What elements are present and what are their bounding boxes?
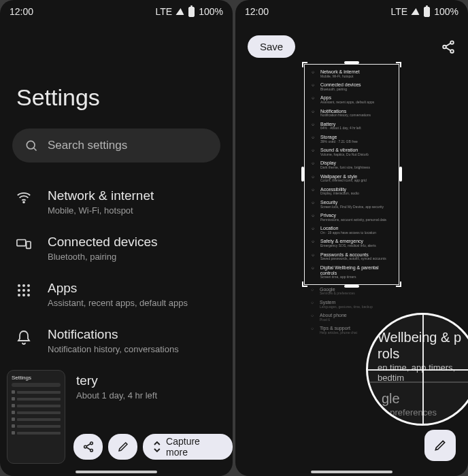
crop-corner-tl[interactable] <box>302 62 307 67</box>
mini-icon: ○ <box>310 252 316 257</box>
svg-line-23 <box>446 47 450 50</box>
page-title: Settings <box>0 23 233 129</box>
status-battery-pct: 100% <box>434 6 458 17</box>
mini-icon: ○ <box>310 300 315 305</box>
svg-line-22 <box>446 43 450 46</box>
phone-settings-screen: 12:00 LTE 100% Settings Search settings … <box>0 0 233 476</box>
svg-line-17 <box>86 444 90 447</box>
mini-sub: Mobile, Wi-Fi, hotspot <box>320 75 360 79</box>
row-title: Network & internet <box>48 188 154 203</box>
row-title: Connected devices <box>48 235 158 250</box>
status-network: LTE <box>156 6 173 17</box>
mini-icon: ○ <box>310 135 316 139</box>
row-sub: Bluetooth, pairing <box>48 252 158 262</box>
mini-icon: ○ <box>310 187 316 192</box>
crop-handle-left[interactable] <box>301 167 304 182</box>
svg-rect-3 <box>17 240 26 246</box>
mini-sub: Screen time, app timers <box>320 275 393 279</box>
preview-title: Settings <box>12 375 61 381</box>
svg-line-1 <box>34 148 37 151</box>
capture-more-button[interactable]: Capture more <box>143 434 233 460</box>
home-indicator[interactable] <box>311 471 392 473</box>
long-screenshot-preview[interactable]: ○Network & internetMobile, Wi-Fi, hotspo… <box>304 64 399 337</box>
settings-row-devices[interactable]: Connected devicesBluetooth, pairing <box>0 225 233 271</box>
row-sub: Assistant, recent apps, default apps <box>48 298 188 308</box>
mini-settings-row: ○NotificationsNotification history, conv… <box>305 107 399 120</box>
mini-icon: ○ <box>310 82 316 87</box>
settings-row-notifications[interactable]: NotificationsNotification history, conve… <box>0 318 233 364</box>
home-indicator[interactable] <box>76 471 157 473</box>
bell-icon <box>17 330 31 345</box>
status-time: 12:00 <box>245 6 269 17</box>
mini-settings-row: ○Passwords & accountsSaved passwords, au… <box>305 250 399 263</box>
crop-corner-tr[interactable] <box>396 62 401 67</box>
search-icon <box>24 139 38 152</box>
mini-sub: Saved passwords, autofill, synced accoun… <box>320 257 386 261</box>
crosshair-horizontal <box>368 369 468 371</box>
mini-settings-row: ○Digital Wellbeing & parental controlsSc… <box>305 263 399 282</box>
mini-settings-row: ○AppsAssistant, recent apps, default app… <box>305 93 399 106</box>
settings-row-network[interactable]: Network & internetMobile, Wi-Fi, hotspot <box>0 179 233 225</box>
screenshot-toolbar: Capture more <box>73 434 233 460</box>
pencil-icon <box>117 441 129 453</box>
apps-icon <box>17 284 31 297</box>
mini-settings-row: ○Wallpaper & styleColors, themed icons, … <box>305 172 399 185</box>
crop-selection[interactable]: ○Network & internetMobile, Wi-Fi, hotspo… <box>304 64 399 285</box>
svg-point-9 <box>22 289 25 292</box>
mini-icon: ○ <box>310 160 316 165</box>
settings-row-apps[interactable]: AppsAssistant, recent apps, default apps <box>0 271 233 318</box>
mag-text: & preferences <box>382 407 437 418</box>
edit-button[interactable] <box>108 434 137 460</box>
status-battery-pct: 100% <box>199 6 223 17</box>
mini-settings-row: ○Connected devicesBluetooth, pairing <box>305 80 399 93</box>
mini-settings-row: ○About phonePixel 6 <box>304 311 399 324</box>
crop-handle-top[interactable] <box>344 61 359 64</box>
share-icon <box>82 441 95 453</box>
mini-icon: ○ <box>310 287 315 292</box>
mini-settings-row: ○Battery64% · About 1 day, 4 hr left <box>305 120 399 133</box>
mini-sub: On · 19 apps have access to location <box>320 231 376 235</box>
screenshot-thumbnail[interactable]: Settings <box>7 370 65 464</box>
battery-icon <box>188 7 195 17</box>
mini-icon: ○ <box>310 95 316 100</box>
mini-settings-row: ○Storage39% used · 7.21 GB free <box>305 133 399 146</box>
mini-icon: ○ <box>310 213 316 218</box>
row-title: tery <box>76 373 157 388</box>
svg-point-12 <box>22 294 25 296</box>
search-input[interactable]: Search settings <box>12 129 220 163</box>
save-button[interactable]: Save <box>248 35 295 58</box>
crop-handle-right[interactable] <box>399 167 402 182</box>
mini-settings-row: ○Sound & vibrationVolume, haptics, Do No… <box>305 146 399 158</box>
row-sub: Notification history, conversations <box>48 344 179 354</box>
share-icon[interactable] <box>441 39 456 54</box>
capture-more-label: Capture more <box>166 436 223 458</box>
mini-settings-row: ○PrivacyPermissions, account activity, p… <box>305 211 399 224</box>
svg-point-0 <box>27 141 35 149</box>
mini-title: Digital Wellbeing & parental controls <box>320 265 393 275</box>
mini-settings-row: ○SystemLanguages, gestures, time, backup <box>304 298 399 311</box>
mini-icon: ○ <box>310 326 315 330</box>
edit-fab[interactable] <box>424 430 456 461</box>
svg-point-10 <box>27 289 30 292</box>
status-network: LTE <box>391 6 408 17</box>
expand-icon <box>152 441 162 452</box>
svg-point-11 <box>18 294 20 296</box>
mini-sub: Screen lock, Find My Device, app securit… <box>320 205 384 209</box>
svg-point-2 <box>23 201 24 203</box>
mini-sub: 64% · About 1 day, 4 hr left <box>320 126 361 131</box>
mini-sub: Permissions, account activity, personal … <box>320 218 386 222</box>
mini-icon: ○ <box>310 122 316 126</box>
svg-point-6 <box>22 284 25 287</box>
svg-point-13 <box>27 294 30 296</box>
mini-settings-row: ○Network & internetMobile, Wi-Fi, hotspo… <box>305 67 399 80</box>
mini-icon: ○ <box>310 69 316 74</box>
mini-settings-row: ○AccessibilityDisplay, interaction, audi… <box>305 185 399 198</box>
svg-line-18 <box>86 447 90 450</box>
share-button[interactable] <box>73 434 103 460</box>
mini-settings-row: ○GoogleServices & preferences <box>304 285 399 298</box>
mini-sub: Languages, gestures, time, backup <box>320 305 373 309</box>
svg-point-7 <box>27 284 30 287</box>
mini-icon: ○ <box>310 148 316 152</box>
row-title: Notifications <box>48 327 179 342</box>
row-sub: About 1 day, 4 hr left <box>76 390 157 401</box>
